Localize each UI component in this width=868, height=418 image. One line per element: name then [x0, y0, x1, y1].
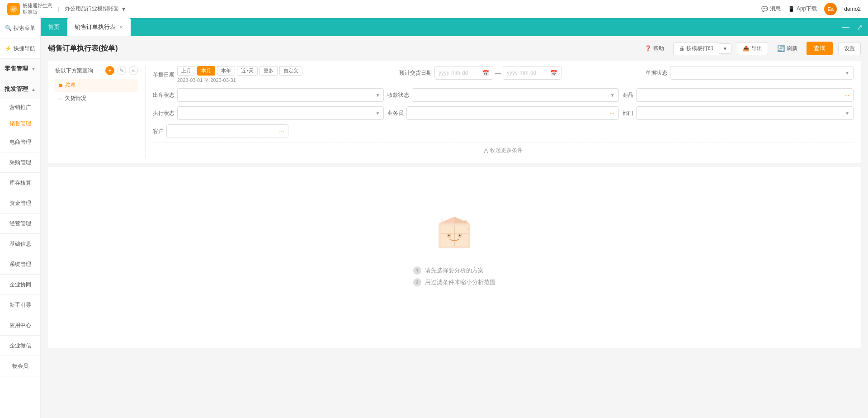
quicknav-icon: ⚡: [5, 45, 12, 52]
sidebar-item-retail[interactable]: 零售管理 ▼: [0, 59, 40, 79]
sidebar-item-system[interactable]: 系统管理: [0, 254, 40, 274]
status-control: ▼: [670, 66, 854, 80]
query-btn[interactable]: 查询: [807, 42, 833, 55]
sidebar-inventory-group: 库存核算: [0, 173, 40, 193]
tab-expand-btn[interactable]: ⤢: [855, 21, 864, 33]
breadcrumb-separator: |: [58, 5, 59, 12]
sidebar-item-ecommerce[interactable]: 电商管理: [0, 132, 40, 152]
tab-home[interactable]: 首页: [41, 18, 67, 36]
sidebar-item-member[interactable]: 畅会员: [0, 356, 40, 376]
receive-status-select[interactable]: ▼: [412, 88, 618, 102]
date-tab-custom[interactable]: 自定义: [279, 66, 302, 76]
empty-tips: 1 请先选择要分析的方案 2 用过滤条件来缩小分析范围: [413, 266, 495, 286]
date-tab-this-year[interactable]: 本年: [217, 66, 235, 76]
receive-status-arrow: ▼: [610, 93, 615, 98]
out-status-select[interactable]: ▼: [177, 88, 384, 102]
exec-status-control: ▼: [177, 106, 384, 120]
search-icon: 🔍: [5, 25, 12, 31]
filter-field-customer: 客户 ···: [153, 124, 288, 138]
sidebar-quicknav-group: ⚡ 快捷导航: [0, 38, 40, 59]
data-area: 1 请先选择要分析的方案 2 用过滤条件来缩小分析范围: [48, 167, 861, 348]
refresh-btn[interactable]: 🔄 刷新: [774, 43, 801, 54]
message-btn[interactable]: 💬 消息: [761, 5, 781, 13]
help-btn[interactable]: ❓ 帮助: [641, 43, 668, 54]
export-btn[interactable]: 📤 导出: [737, 42, 768, 55]
sidebar-member-group: 畅会员: [0, 356, 40, 376]
filter-field-dept: 部门 ▼: [623, 106, 854, 120]
expected-date-end[interactable]: yyyy-mm-dd 📅: [503, 66, 561, 80]
sidebar-item-operations[interactable]: 经营管理: [0, 214, 40, 233]
page-title-bar: 销售订单执行表(按单) ❓ 帮助 🖨 按模板打印 ▼: [48, 42, 861, 55]
sidebar: 🔍 搜索菜单 ⚡ 快捷导航 零售管理 ▼ 批发管理 ▲ 营销推广: [0, 18, 41, 418]
user-avatar[interactable]: Ea: [824, 3, 837, 15]
user-name[interactable]: demo2: [844, 6, 861, 12]
salesman-label: 业务员: [387, 109, 404, 117]
sidebar-item-finance[interactable]: 资金管理: [0, 193, 40, 213]
print-btn[interactable]: 🖨 按模板打印: [673, 42, 719, 55]
sidebar-item-purchase[interactable]: 采购管理: [0, 152, 40, 172]
date-tab-this-month[interactable]: 本月: [197, 66, 215, 76]
app-download-btn[interactable]: 📱 App下载: [788, 5, 817, 13]
sidebar-item-wechat[interactable]: 企业微信: [0, 336, 40, 356]
sidebar-item-basic[interactable]: 基础信息: [0, 234, 40, 254]
date-tab-7days[interactable]: 近7天: [237, 66, 258, 76]
date-field-label: 单据日期: [153, 71, 175, 79]
exec-status-select[interactable]: ▼: [177, 106, 384, 120]
svg-point-7: [459, 235, 461, 236]
sidebar-item-search[interactable]: 🔍 搜索菜单: [0, 18, 40, 38]
print-label: 按模板打印: [686, 45, 713, 52]
filter-nav-欠货情况[interactable]: ○ 欠货情况: [55, 92, 138, 105]
sidebar-ecommerce-label: 电商管理: [9, 138, 31, 146]
sidebar-item-appcenter[interactable]: 应用中心: [0, 315, 40, 335]
date-tab-more[interactable]: 更多: [259, 66, 278, 76]
settings-btn[interactable]: 设置: [838, 42, 861, 55]
filter-left: 按以下方案查询 + ✎ «: [55, 66, 146, 158]
sidebar-item-sales[interactable]: 销售管理: [0, 115, 40, 132]
dept-arrow: ▼: [845, 111, 849, 116]
sidebar-item-wholesale[interactable]: 批发管理 ▲: [0, 79, 40, 99]
main-layout: 🔍 搜索菜单 ⚡ 快捷导航 零售管理 ▼ 批发管理 ▲ 营销推广: [0, 18, 868, 418]
mobile-icon: 📱: [788, 6, 795, 12]
tab-close-icon[interactable]: ×: [119, 24, 123, 30]
page-content: 销售订单执行表(按单) ❓ 帮助 🖨 按模板打印 ▼: [41, 36, 868, 353]
empty-illustration: [427, 203, 481, 257]
customer-input[interactable]: ···: [166, 124, 288, 138]
date-dash: —: [495, 70, 501, 76]
filter-row-1: 单据日期 上月 本月 本年 近7天 更多 自定义: [153, 66, 854, 84]
tab-sales-exec[interactable]: 销售订单执行表 ×: [67, 18, 131, 36]
sidebar-item-marketing[interactable]: 营销推广: [0, 99, 40, 115]
sidebar-item-collab[interactable]: 企业协同: [0, 275, 40, 294]
edit-plan-btn[interactable]: ✎: [117, 66, 126, 75]
goods-input[interactable]: ···: [636, 88, 854, 102]
collapse-plan-btn[interactable]: «: [129, 66, 138, 75]
help-label: 帮助: [653, 45, 664, 52]
sidebar-marketing-label: 营销推广: [9, 104, 31, 111]
date-tab-last-month[interactable]: 上月: [177, 66, 195, 76]
print-dropdown-btn[interactable]: ▼: [719, 43, 731, 54]
more-conditions-inner: ⋀ 收起更多条件: [156, 147, 850, 154]
sidebar-quicknav-label: 快捷导航: [14, 45, 35, 52]
tab-collapse-btn[interactable]: —: [840, 21, 851, 33]
help-icon: ❓: [645, 45, 651, 52]
print-icon: 🖨: [679, 45, 684, 52]
more-conditions-toggle[interactable]: ⋀ 收起更多条件: [153, 142, 854, 158]
sidebar-item-guide[interactable]: 新手引导: [0, 295, 40, 315]
company-selector[interactable]: 办公用品行业模拟账套 ▼: [65, 5, 126, 13]
query-label: 查询: [814, 44, 826, 52]
goods-ellipsis-icon: ···: [844, 91, 849, 99]
calendar-icon-end: 📅: [550, 70, 557, 76]
sidebar-purchase-label: 采购管理: [9, 159, 31, 166]
salesman-input[interactable]: ···: [406, 106, 618, 120]
status-select[interactable]: ▼: [670, 66, 854, 80]
sidebar-item-quicknav[interactable]: ⚡ 快捷导航: [0, 38, 40, 58]
content-area: 销售订单执行表(按单) ❓ 帮助 🖨 按模板打印 ▼: [41, 36, 868, 418]
sidebar-item-inventory[interactable]: 库存核算: [0, 173, 40, 193]
tab-active-label: 销售订单执行表: [75, 23, 116, 31]
expected-date-start[interactable]: yyyy-mm-dd 📅: [434, 66, 493, 80]
status-arrow: ▼: [845, 71, 849, 76]
date-range-display: 2023-03-01 至 2023-03-31: [177, 77, 396, 84]
dept-select[interactable]: ▼: [636, 106, 854, 120]
filter-nav-按单[interactable]: 按单: [55, 79, 138, 92]
add-plan-btn[interactable]: +: [105, 66, 114, 75]
right-panel: 首页 销售订单执行表 × — ⤢ 销售订单执行表(按单) ❓: [41, 18, 868, 418]
